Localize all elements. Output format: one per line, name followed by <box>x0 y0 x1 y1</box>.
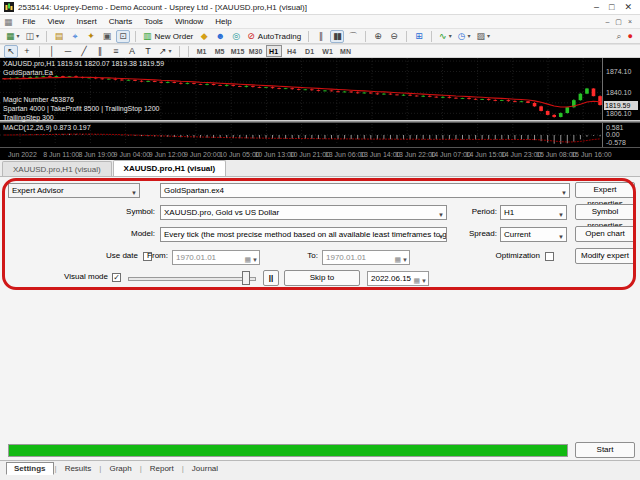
visual-mode-checkbox[interactable]: ✓ <box>112 273 121 282</box>
expert-file-combo[interactable]: GoldSpartan.ex4▼ <box>160 183 570 198</box>
tab-report[interactable]: Report <box>143 463 181 474</box>
horizontal-line-button[interactable]: ─ <box>61 45 75 58</box>
timeframe-m1-button[interactable]: M1 <box>194 45 210 57</box>
drawing-toolbar: ↖+│─╱∥≡AT↗▾ M1M5M15M30H1H4D1W1MN <box>0 44 640 58</box>
time-axis: Jun 20228 Jun 11:008 Jun 19:009 Jun 04:0… <box>0 147 640 160</box>
price-axis: 1874.10 1840.10 1819.59 1806.10 0.581 0.… <box>602 58 640 147</box>
magic-number-label: Magic Number 453876 <box>3 95 164 104</box>
menu-file[interactable]: File <box>17 17 42 26</box>
text-label-button[interactable]: T <box>141 45 155 58</box>
minimize-icon[interactable]: – <box>594 2 599 12</box>
market-watch-icon: ▤ <box>55 31 64 42</box>
chevron-down-icon: ▼ <box>558 209 564 220</box>
symbol-combo[interactable]: XAUUSD.pro, Gold vs US Dollar▼ <box>160 205 447 220</box>
menu-charts[interactable]: Charts <box>103 17 139 26</box>
trendline-icon: ╱ <box>81 46 86 57</box>
trendline-button[interactable]: ╱ <box>77 45 91 58</box>
visual-speed-slider[interactable] <box>128 277 256 281</box>
new-chart-button[interactable]: ▦▾ <box>4 30 22 43</box>
metaeditor-button[interactable]: ◆ <box>197 30 211 43</box>
optimization-checkbox[interactable] <box>545 252 554 261</box>
period-combo[interactable]: H1▼ <box>500 205 567 220</box>
timeframe-h4-button[interactable]: H4 <box>284 45 300 57</box>
symbol-properties-button[interactable]: Symbol properties <box>575 204 635 220</box>
period-label: Period: <box>440 205 497 219</box>
mdi-close-icon[interactable]: × <box>628 18 632 26</box>
modify-expert-button[interactable]: Modify expert <box>575 248 635 264</box>
crosshair-button[interactable]: + <box>20 45 34 58</box>
text-button[interactable]: A <box>125 45 139 58</box>
chart-tab-2[interactable]: XAUUSD.pro,H1 (visual) <box>113 160 227 176</box>
market-watch-button[interactable]: ▤ <box>52 30 66 43</box>
maximize-icon[interactable]: □ <box>609 2 614 12</box>
tab-results[interactable]: Results <box>58 463 99 474</box>
chart-area[interactable]: 1874.10 1840.10 1819.59 1806.10 0.581 0.… <box>0 58 640 160</box>
tab-settings[interactable]: Settings <box>6 462 54 475</box>
chart-line-button[interactable]: ⌒ <box>346 30 360 43</box>
notifications-icon[interactable]: ● <box>628 31 633 41</box>
mdi-minimize-icon[interactable]: – <box>605 18 609 26</box>
vertical-line-button[interactable]: │ <box>45 45 59 58</box>
community-button[interactable]: ☻ <box>213 30 227 43</box>
profiles-button[interactable]: ◫▾ <box>24 30 42 43</box>
timeframe-bar: M1M5M15M30H1H4D1W1MN <box>193 45 355 57</box>
chevron-down-icon: ▼ <box>561 187 567 198</box>
cursor-button[interactable]: ↖ <box>4 45 18 58</box>
search-icon[interactable]: ⌕ <box>617 31 622 42</box>
price-axis-label: 1806.10 <box>606 110 631 117</box>
menu-insert[interactable]: Insert <box>71 17 103 26</box>
timeframe-m30-button[interactable]: M30 <box>248 45 264 57</box>
close-icon[interactable]: ✕ <box>624 2 632 12</box>
from-date-field[interactable]: 1970.01.01 ▦ ▼ <box>172 250 260 265</box>
tab-graph[interactable]: Graph <box>102 463 138 474</box>
website-icon: ◎ <box>232 31 240 42</box>
expert-properties-button[interactable]: Expert properties <box>575 182 635 198</box>
timeframe-m5-button[interactable]: M5 <box>212 45 228 57</box>
start-button[interactable]: Start <box>575 442 635 458</box>
menu-view[interactable]: View <box>41 17 70 26</box>
data-window-button[interactable]: ⌖ <box>68 30 82 43</box>
timeframe-w1-button[interactable]: W1 <box>320 45 336 57</box>
tile-windows-button[interactable]: ⊞ <box>412 30 426 43</box>
spread-combo[interactable]: Current▼ <box>500 227 567 242</box>
chart-bars-button[interactable]: ∥ <box>314 30 328 43</box>
channel-button[interactable]: ∥ <box>93 45 107 58</box>
pause-button[interactable]: || <box>263 270 279 286</box>
autotrading-button[interactable]: ⊘AutoTrading <box>245 30 303 43</box>
current-price-tag: 1819.59 <box>604 101 638 110</box>
website-button[interactable]: ◎ <box>229 30 243 43</box>
mdi-restore-icon[interactable]: ▢ <box>615 18 622 26</box>
open-chart-button[interactable]: Open chart <box>575 226 635 242</box>
periods-button[interactable]: ◷▾ <box>456 30 473 43</box>
slider-thumb[interactable] <box>242 271 250 285</box>
expert-type-combo[interactable]: Expert Advisor▼ <box>8 183 140 198</box>
to-date-field[interactable]: 1970.01.01 ▦ ▼ <box>322 250 410 265</box>
fibonacci-button[interactable]: ≡ <box>109 45 123 58</box>
navigator-button[interactable]: ✦ <box>84 30 98 43</box>
skip-date-field[interactable]: 2022.06.15 ▦ ▼ <box>367 271 429 286</box>
time-axis-label: 9 Jun 20:00 <box>184 151 221 158</box>
strategy-tester-button[interactable]: ⊡ <box>116 30 130 43</box>
menu-tools[interactable]: Tools <box>138 17 169 26</box>
tab-journal[interactable]: Journal <box>185 463 225 474</box>
new-order-button[interactable]: ▥New Order <box>141 30 195 43</box>
timeframe-h1-button[interactable]: H1 <box>266 45 282 57</box>
templates-button[interactable]: ▨▾ <box>475 30 493 43</box>
skip-to-button[interactable]: Skip to <box>284 270 360 286</box>
timeframe-mn-button[interactable]: MN <box>338 45 354 57</box>
chart-tab-1[interactable]: XAUUSD.pro,H1 (visual) <box>2 161 112 176</box>
indicators-button[interactable]: ∿▾ <box>437 30 454 43</box>
menu-help[interactable]: Help <box>209 17 237 26</box>
chevron-down-icon: ▾ <box>449 31 452 42</box>
chevron-down-icon: ▼ <box>131 187 137 198</box>
model-combo[interactable]: Every tick (the most precise method base… <box>160 227 447 242</box>
zoom-in-button[interactable]: ⊕ <box>371 30 385 43</box>
from-label: From: <box>130 249 168 263</box>
zoom-out-button[interactable]: ⊖ <box>387 30 401 43</box>
timeframe-d1-button[interactable]: D1 <box>302 45 318 57</box>
timeframe-m15-button[interactable]: M15 <box>230 45 246 57</box>
terminal-button[interactable]: ▣ <box>100 30 114 43</box>
chart-candles-button[interactable]: ▮▮ <box>330 30 344 43</box>
menu-window[interactable]: Window <box>169 17 209 26</box>
arrows-button[interactable]: ↗▾ <box>157 45 174 58</box>
